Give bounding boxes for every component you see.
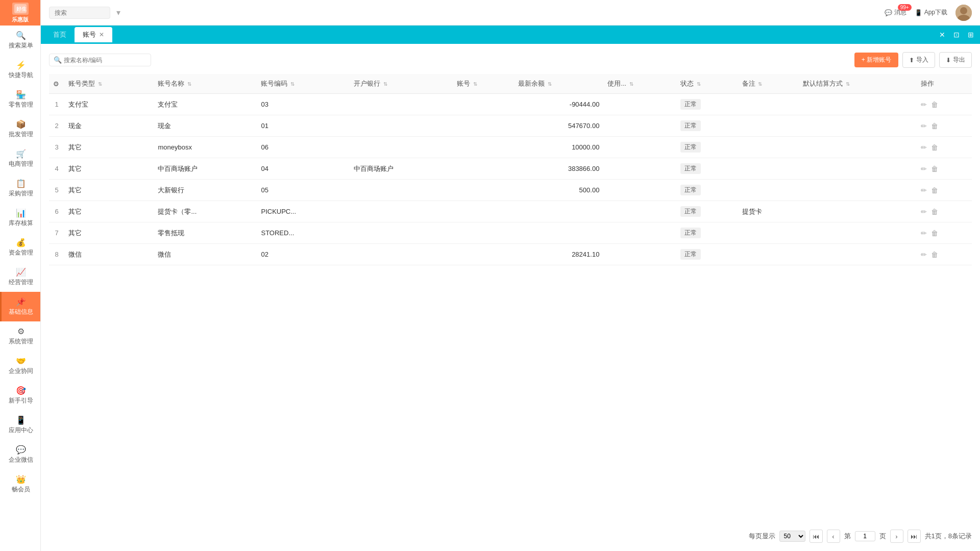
sidebar-item-2[interactable]: 🏪 零售管理 xyxy=(0,85,40,114)
sidebar-icon-4: 🛒 xyxy=(16,149,26,159)
page-number-input[interactable] xyxy=(855,531,875,541)
add-account-label: + 新增账号 xyxy=(862,56,891,64)
table-header: ⚙ 账号类型 ⇅ 账号名称 ⇅ 账号编码 ⇅ 开户银行 ⇅ 账号 ⇅ 最新余额 … xyxy=(49,74,972,94)
row-remark-5: 提货卡 xyxy=(738,201,799,222)
page-size-select[interactable]: 50 10 20 100 xyxy=(779,531,805,542)
tab-expand-btn[interactable]: ⊞ xyxy=(966,30,976,40)
row-default-payment-3 xyxy=(799,158,917,180)
sidebar-item-13[interactable]: 📱 应用中心 xyxy=(0,410,40,440)
row-bank-5 xyxy=(350,201,453,222)
tab-account[interactable]: 账号 ✕ xyxy=(75,27,112,42)
export-button[interactable]: ⬇ 导出 xyxy=(939,52,972,68)
sidebar-icon-3: 📦 xyxy=(16,119,26,129)
th-type[interactable]: 账号类型 ⇅ xyxy=(64,74,154,94)
export-label: 导出 xyxy=(953,56,965,64)
row-status-4: 正常 xyxy=(676,180,738,201)
tab-close-btn[interactable]: ✕ xyxy=(937,30,947,40)
add-account-button[interactable]: + 新增账号 xyxy=(854,53,898,67)
sidebar-item-0[interactable]: 🔍 搜索菜单 xyxy=(0,26,40,55)
delete-icon-3[interactable]: 🗑 xyxy=(931,165,938,173)
sidebar-item-9[interactable]: 📌 基础信息 xyxy=(0,292,40,321)
th-remark[interactable]: 备注 ⇅ xyxy=(738,74,799,94)
th-action: 操作 xyxy=(917,74,972,94)
row-remark-3 xyxy=(738,158,799,180)
row-type-0: 支付宝 xyxy=(64,94,154,115)
row-balance-1: 547670.00 xyxy=(514,115,603,137)
delete-icon-5[interactable]: 🗑 xyxy=(931,208,938,216)
sidebar: 好生意 乐惠版 🔍 搜索菜单 ⚡ 快捷导航 🏪 零售管理 📦 批发管理 🛒 电商… xyxy=(0,0,41,551)
dropdown-icon[interactable]: ▾ xyxy=(116,8,120,17)
topbar-left: ▾ xyxy=(49,7,120,19)
sidebar-label-15: 畅会员 xyxy=(12,485,30,494)
app-download-button[interactable]: 📱 App下载 xyxy=(915,8,947,17)
row-usage-0 xyxy=(603,94,676,115)
row-remark-1 xyxy=(738,115,799,137)
th-account[interactable]: 账号 ⇅ xyxy=(453,74,514,94)
row-id-1: 2 xyxy=(49,115,64,137)
th-bank[interactable]: 开户银行 ⇅ xyxy=(350,74,453,94)
th-name[interactable]: 账号名称 ⇅ xyxy=(154,74,257,94)
row-actions-7: ✏ 🗑 xyxy=(917,244,972,265)
edit-icon-2[interactable]: ✏ xyxy=(921,143,927,152)
edit-icon-3[interactable]: ✏ xyxy=(921,165,927,173)
sidebar-item-4[interactable]: 🛒 电商管理 xyxy=(0,144,40,173)
user-avatar[interactable] xyxy=(955,5,972,21)
sidebar-item-8[interactable]: 📈 经营管理 xyxy=(0,262,40,292)
row-actions-5: ✏ 🗑 xyxy=(917,201,972,222)
row-usage-3 xyxy=(603,158,676,180)
delete-icon-7[interactable]: 🗑 xyxy=(931,251,938,259)
delete-icon-1[interactable]: 🗑 xyxy=(931,122,938,130)
delete-icon-4[interactable]: 🗑 xyxy=(931,186,938,194)
tab-shrink-btn[interactable]: ⊡ xyxy=(951,30,962,40)
toolbar: 🔍 + 新增账号 ⬆ 导入 ⬇ 导出 xyxy=(49,52,972,68)
first-page-btn[interactable]: ⏮ xyxy=(810,530,823,543)
delete-icon-6[interactable]: 🗑 xyxy=(931,229,938,237)
th-code[interactable]: 账号编码 ⇅ xyxy=(257,74,350,94)
sidebar-item-3[interactable]: 📦 批发管理 xyxy=(0,114,40,144)
delete-icon-2[interactable]: 🗑 xyxy=(931,143,938,152)
search-input[interactable] xyxy=(64,57,146,64)
last-page-btn[interactable]: ⏭ xyxy=(908,530,921,543)
sidebar-item-10[interactable]: ⚙ 系统管理 xyxy=(0,321,40,351)
sidebar-item-15[interactable]: 👑 畅会员 xyxy=(0,469,40,499)
sidebar-item-6[interactable]: 📊 库存核算 xyxy=(0,203,40,233)
edit-icon-7[interactable]: ✏ xyxy=(921,251,927,259)
sidebar-item-5[interactable]: 📋 采购管理 xyxy=(0,173,40,203)
tab-account-close[interactable]: ✕ xyxy=(99,32,104,38)
tab-home[interactable]: 首页 xyxy=(45,27,75,42)
sidebar-icon-6: 📊 xyxy=(16,208,26,218)
th-default-payment[interactable]: 默认结算方式 ⇅ xyxy=(799,74,917,94)
row-name-7: 微信 xyxy=(154,244,257,265)
row-balance-0: -90444.00 xyxy=(514,94,603,115)
sidebar-item-14[interactable]: 💬 企业微信 xyxy=(0,440,40,469)
row-balance-6 xyxy=(514,222,603,244)
row-code-6: STORED... xyxy=(257,222,350,244)
sidebar-item-11[interactable]: 🤝 企业协同 xyxy=(0,351,40,381)
messages-button[interactable]: 💬 消息 99+ xyxy=(885,8,906,17)
th-usage[interactable]: 使用... ⇅ xyxy=(603,74,676,94)
row-usage-6 xyxy=(603,222,676,244)
edit-icon-6[interactable]: ✏ xyxy=(921,229,927,237)
th-status[interactable]: 状态 ⇅ xyxy=(676,74,738,94)
topbar-right: 💬 消息 99+ 📱 App下载 xyxy=(885,5,972,21)
th-balance[interactable]: 最新余额 ⇅ xyxy=(514,74,603,94)
sidebar-item-12[interactable]: 🎯 新手引导 xyxy=(0,381,40,410)
edit-icon-4[interactable]: ✏ xyxy=(921,186,927,194)
th-settings[interactable]: ⚙ xyxy=(49,74,64,94)
prev-page-btn[interactable]: ‹ xyxy=(827,530,840,543)
edit-icon-5[interactable]: ✏ xyxy=(921,208,927,216)
export-icon: ⬇ xyxy=(946,57,951,64)
next-page-btn[interactable]: › xyxy=(890,530,903,543)
edit-icon-1[interactable]: ✏ xyxy=(921,122,927,130)
messages-badge: 99+ xyxy=(898,4,912,11)
import-button[interactable]: ⬆ 导入 xyxy=(902,52,935,68)
delete-icon-0[interactable]: 🗑 xyxy=(931,101,938,109)
topbar-search-input[interactable] xyxy=(49,7,110,19)
sidebar-icon-2: 🏪 xyxy=(16,90,26,99)
sidebar-item-1[interactable]: ⚡ 快捷导航 xyxy=(0,55,40,85)
sidebar-item-7[interactable]: 💰 资金管理 xyxy=(0,233,40,262)
sidebar-icon-9: 📌 xyxy=(16,297,26,307)
edit-icon-0[interactable]: ✏ xyxy=(921,101,927,109)
sidebar-label-7: 资金管理 xyxy=(9,248,33,257)
row-bank-6 xyxy=(350,222,453,244)
